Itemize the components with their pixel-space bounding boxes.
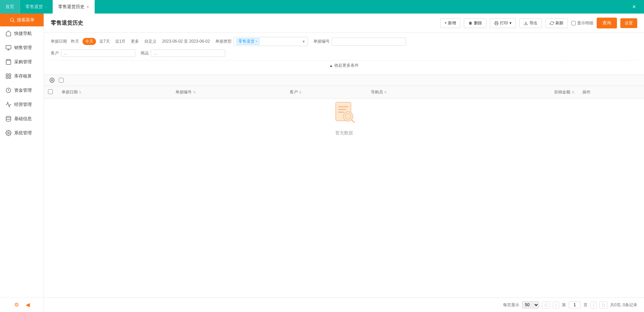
- doc-no-input[interactable]: [332, 38, 406, 46]
- svg-rect-4: [6, 74, 8, 75]
- print-button-label: 打印: [500, 20, 508, 26]
- sidebar-item-base-info[interactable]: 基础信息: [0, 112, 44, 126]
- sidebar-item-sales-mgmt[interactable]: 销售管理: [0, 41, 44, 55]
- display-columns-toggle[interactable]: 显示明细: [571, 20, 593, 26]
- sidebar-item-sys-mgmt-label: 系统管理: [14, 130, 32, 136]
- pagination: 每页显示 50 10 20 100 ⟨⟨ ⟨ 第 页 ⟩ ⟩⟩ 共0页, 0条记…: [44, 297, 644, 312]
- export-icon: [524, 21, 528, 25]
- date-btn-last7[interactable]: 近7天: [97, 38, 112, 45]
- tab-retail-return-history-label: 零售退货历史: [58, 4, 85, 10]
- doc-type-label: 单据类型: [215, 39, 232, 44]
- filter-row-2: 客户 ... 商品 ...: [51, 49, 637, 57]
- svg-rect-17: [338, 112, 344, 113]
- date-btn-yesterday[interactable]: 昨天: [69, 38, 81, 45]
- filter-row-1: 单据日期 昨天 今天 近7天 近1月 更多 自定义 2023-06-02 至 2…: [51, 37, 637, 46]
- delete-button[interactable]: 删除: [464, 18, 486, 28]
- refresh-icon: [550, 21, 554, 25]
- sidebar-item-purchase-mgmt[interactable]: 采购管理: [0, 55, 44, 69]
- goods-filter-group: 商品 ...: [141, 49, 225, 57]
- query-button[interactable]: 查询: [597, 18, 617, 28]
- date-btn-custom[interactable]: 自定义: [142, 38, 159, 45]
- last-page-button[interactable]: ⟩⟩: [599, 302, 607, 309]
- sidebar-item-operations-label: 经营管理: [14, 102, 32, 108]
- svg-rect-16: [338, 109, 346, 110]
- sidebar: 搜索菜单 快捷导航 销售管理 采购管理 库存核算 资金管理: [0, 14, 44, 312]
- svg-point-0: [10, 18, 13, 21]
- sidebar-item-sys-mgmt[interactable]: 系统管理: [0, 126, 44, 140]
- sidebar-item-inventory[interactable]: 库存核算: [0, 69, 44, 83]
- close-window-button[interactable]: ×: [629, 3, 639, 10]
- table-container: 单据日期 单据编号 客户 导购员: [44, 86, 644, 297]
- svg-rect-15: [338, 106, 348, 107]
- doc-type-filter-group: 单据类型 零售退货 × ▾: [215, 37, 308, 46]
- tab-retail-return-history-close[interactable]: ×: [87, 5, 89, 9]
- date-btn-today[interactable]: 今天: [82, 38, 96, 45]
- col-no[interactable]: 单据编号: [171, 86, 285, 99]
- refresh-button-label: 刷新: [555, 20, 564, 26]
- print-dropdown-icon[interactable]: ▾: [509, 21, 511, 25]
- page-label: 第: [562, 302, 566, 308]
- svg-rect-6: [6, 77, 8, 79]
- delete-icon: [468, 21, 473, 25]
- doc-no-filter-group: 单据编号: [313, 38, 406, 46]
- select-all-checkbox[interactable]: [59, 78, 64, 83]
- base-info-icon: [5, 116, 11, 122]
- customer-filter-group: 客户 ...: [51, 49, 135, 57]
- svg-rect-5: [9, 74, 11, 75]
- customer-label: 客户: [51, 50, 59, 56]
- doc-type-tag-close[interactable]: ×: [256, 40, 258, 43]
- col-amount-label: 实销金额: [554, 90, 570, 94]
- date-filter-group: 单据日期 昨天 今天 近7天 近1月 更多 自定义 2023-06-02 至 2…: [51, 38, 210, 45]
- per-page-select[interactable]: 50 10 20 100: [522, 301, 539, 309]
- col-customer[interactable]: 客户: [286, 86, 367, 99]
- print-icon: [494, 21, 499, 25]
- print-button[interactable]: 打印 ▾: [490, 18, 516, 28]
- date-btn-more[interactable]: 更多: [129, 38, 141, 45]
- export-button-label: 导出: [529, 20, 538, 26]
- new-button[interactable]: + 新增: [440, 18, 460, 28]
- tab-retail-return-history[interactable]: 零售退货历史 ×: [53, 0, 94, 14]
- display-columns-checkbox[interactable]: [571, 21, 576, 25]
- page-suffix: 页: [583, 302, 588, 308]
- sidebar-item-operations[interactable]: 经营管理: [0, 97, 44, 112]
- customer-select[interactable]: ...: [61, 49, 135, 57]
- sidebar-item-finance[interactable]: 资金管理: [0, 83, 44, 97]
- col-guide[interactable]: 导购员: [367, 86, 464, 99]
- tab-retail-return[interactable]: 零售退货 ×: [20, 0, 53, 14]
- collapse-sidebar-icon[interactable]: ◀: [26, 302, 30, 308]
- svg-rect-7: [9, 77, 11, 79]
- table-settings-icon[interactable]: [49, 77, 55, 83]
- goods-label: 商品: [141, 50, 149, 56]
- doc-type-select[interactable]: 零售退货 × ▾: [234, 37, 308, 46]
- sidebar-item-purchase-mgmt-label: 采购管理: [14, 59, 32, 65]
- top-bar: 首页 零售退货 × 零售退货历史 × ×: [0, 0, 644, 14]
- goods-select[interactable]: ...: [151, 49, 225, 57]
- search-menu-button[interactable]: 搜索菜单: [0, 14, 44, 26]
- doc-type-tag-text: 零售退货: [238, 39, 255, 44]
- sidebar-item-quick-nav[interactable]: 快捷导航: [0, 26, 44, 41]
- date-btn-last1m[interactable]: 近1月: [113, 38, 128, 45]
- date-options: 昨天 今天 近7天 近1月 更多 自定义: [69, 38, 159, 45]
- export-button[interactable]: 导出: [519, 18, 542, 28]
- empty-text: 暂无数据: [335, 130, 353, 136]
- empty-icon: [331, 99, 358, 126]
- next-page-button[interactable]: ⟩: [590, 302, 597, 309]
- header-checkbox[interactable]: [48, 89, 53, 94]
- col-amount[interactable]: 实销金额: [464, 86, 578, 99]
- tab-home[interactable]: 首页: [0, 0, 20, 14]
- sidebar-item-inventory-label: 库存核算: [14, 73, 32, 79]
- col-date[interactable]: 单据日期: [57, 86, 171, 99]
- settings-footer-icon[interactable]: ⚙: [14, 302, 19, 308]
- col-customer-label: 客户: [290, 90, 298, 94]
- setting-button[interactable]: 设置: [620, 18, 637, 28]
- sidebar-item-quick-nav-label: 快捷导航: [14, 30, 32, 37]
- prev-page-button[interactable]: ⟨: [553, 302, 559, 309]
- collapse-icon: ▲: [329, 63, 333, 68]
- query-button-label: 查询: [602, 20, 611, 26]
- refresh-button[interactable]: 刷新: [545, 18, 568, 28]
- data-table: 单据日期 单据编号 客户 导购员: [44, 86, 644, 99]
- collapse-conditions-button[interactable]: ▲ 收起更多条件: [51, 60, 637, 70]
- tab-retail-return-close[interactable]: ×: [45, 5, 47, 9]
- first-page-button[interactable]: ⟨⟨: [542, 302, 550, 309]
- page-number-input[interactable]: [569, 302, 581, 308]
